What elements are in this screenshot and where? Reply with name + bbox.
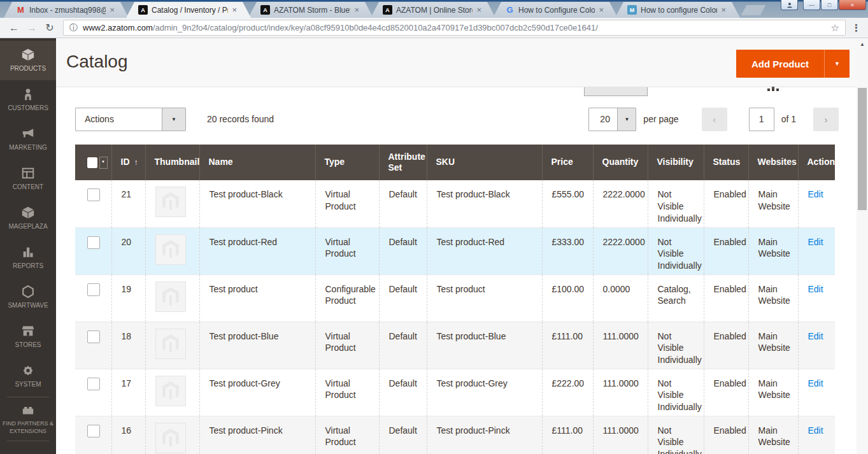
row-checkbox[interactable]	[87, 283, 100, 296]
edit-link[interactable]: Edit	[808, 284, 823, 294]
tab-close-icon[interactable]: ×	[599, 6, 604, 14]
row-checkbox[interactable]	[87, 425, 100, 437]
tab-close-icon[interactable]: ×	[354, 6, 359, 14]
page-scrollbar[interactable]: ▲	[857, 38, 868, 454]
cell-action: Edit	[798, 369, 835, 416]
page-number-input[interactable]: 1	[749, 108, 774, 131]
column-header-visibility[interactable]: Visibility	[648, 145, 704, 180]
column-header-thumbnail[interactable]: Thumbnail	[145, 145, 199, 180]
edit-link[interactable]: Edit	[808, 189, 823, 199]
reload-icon[interactable]: ↻	[43, 22, 57, 34]
sidebar-item-clipped[interactable]	[0, 442, 56, 454]
next-page-button[interactable]: ›	[813, 108, 839, 131]
cell-checkbox	[75, 227, 111, 274]
column-header-sku[interactable]: SKU	[427, 145, 542, 180]
cell-sku: Test product-Black	[427, 180, 542, 227]
row-checkbox[interactable]	[87, 330, 100, 343]
add-product-button[interactable]: Add Product ▼	[736, 50, 850, 78]
cell-checkbox	[75, 180, 111, 227]
actions-dropdown[interactable]: Actions ▼	[75, 108, 186, 131]
column-header-action[interactable]: Action	[798, 145, 835, 180]
browser-menu-icon[interactable]: ⋮	[851, 22, 861, 34]
column-header-id[interactable]: ID↑	[111, 145, 145, 180]
cell-checkbox	[75, 274, 111, 322]
products-box-icon	[21, 48, 35, 62]
column-header-status[interactable]: Status	[704, 145, 748, 180]
pagination: 20 ▼ per page ‹ 1 of 1 ›	[588, 108, 839, 131]
sidebar-item-mageplaza[interactable]: MAGEPLAZA	[0, 199, 56, 238]
cell-status: Enabled	[704, 322, 748, 369]
cell-name: Test product-Pinck	[199, 416, 315, 454]
cell-name: Test product-Blue	[199, 322, 315, 369]
minimize-icon[interactable]: —	[803, 0, 820, 10]
grid-header-row: ▼ ID↑ Thumbnail Name Type Attribute Set …	[75, 145, 835, 180]
sidebar-item-content[interactable]: CONTENT	[0, 159, 56, 199]
tab-close-icon[interactable]: ×	[476, 6, 481, 14]
column-header-websites[interactable]: Websites	[748, 145, 798, 180]
browser-tab[interactable]: ACatalog / Inventory / Pro×	[126, 2, 251, 18]
tab-title: AZATOM Storm - Blueto	[274, 6, 350, 15]
row-checkbox[interactable]	[87, 378, 100, 390]
browser-tab[interactable]: GHow to Configure Color×	[493, 2, 618, 18]
grid-toolbar: Actions ▼ 20 records found 20 ▼ per page…	[75, 107, 839, 131]
sidebar-item-products[interactable]: PRODUCTS	[0, 41, 56, 80]
scroll-up-icon[interactable]: ▲	[857, 41, 868, 47]
select-all-checkbox[interactable]	[87, 157, 97, 168]
edit-link[interactable]: Edit	[808, 425, 823, 436]
forward-icon[interactable]: →	[25, 22, 39, 34]
add-product-caret-icon[interactable]: ▼	[824, 50, 850, 78]
sidebar-item-smartwave[interactable]: SMARTWAVE	[0, 278, 56, 317]
browser-window: MInbox - zmushtaq998@g×ACatalog / Invent…	[0, 0, 868, 454]
cell-websites: Main Website	[748, 322, 798, 369]
browser-tab[interactable]: AAZATOM Storm - Blueto×	[248, 2, 373, 18]
url-input[interactable]: ⓘ www2.azatom.com/admin_9n2fo4/catalog/p…	[63, 20, 846, 36]
bookmark-star-icon[interactable]: ☆	[831, 22, 839, 34]
row-checkbox[interactable]	[87, 236, 100, 249]
main-content: Catalog Add Product ▼ Actions ▼ 20 recor…	[56, 38, 857, 454]
cell-checkbox	[75, 369, 111, 416]
browser-tab[interactable]: MHow to configure Color S×	[615, 2, 740, 18]
cell-attribute-set: Default	[379, 274, 427, 322]
clipped-toolbar-button[interactable]	[584, 87, 648, 96]
select-options-caret-icon[interactable]: ▼	[99, 157, 108, 169]
sidebar-item-marketing[interactable]: MARKETING	[0, 120, 56, 159]
cell-thumbnail	[145, 227, 199, 274]
column-header-price[interactable]: Price	[542, 145, 593, 180]
sidebar-item-stores[interactable]: STORES	[0, 317, 56, 357]
product-thumbnail-placeholder	[155, 329, 186, 359]
select-all-header: ▼	[75, 145, 111, 180]
maximize-icon[interactable]: □	[821, 0, 838, 10]
cell-id: 18	[111, 322, 145, 369]
browser-tab[interactable]: MInbox - zmushtaq998@g×	[4, 2, 129, 18]
new-tab-button[interactable]	[741, 5, 766, 15]
cell-status: Enabled	[704, 369, 748, 416]
edit-link[interactable]: Edit	[808, 237, 823, 247]
per-page-label: per page	[643, 114, 678, 124]
sidebar-item-find-partners-extensions[interactable]: FIND PARTNERS & EXTENSIONS	[0, 398, 56, 440]
edit-link[interactable]: Edit	[808, 331, 823, 341]
cell-sku: Test product-Pinck	[427, 416, 542, 454]
scrollbar-thumb[interactable]	[858, 88, 867, 210]
cell-name: Test product-Black	[199, 180, 315, 227]
edit-link[interactable]: Edit	[808, 378, 823, 388]
tab-close-icon[interactable]: ×	[232, 6, 237, 14]
back-icon[interactable]: ←	[7, 22, 21, 34]
browser-tab[interactable]: AAZATOM | Online Store×	[371, 2, 495, 18]
previous-page-button[interactable]: ‹	[702, 108, 727, 131]
column-header-quantity[interactable]: Quantity	[593, 145, 648, 180]
column-header-name[interactable]: Name	[199, 145, 315, 180]
cell-action: Edit	[798, 180, 835, 227]
row-checkbox[interactable]	[87, 188, 100, 201]
column-header-attribute-set[interactable]: Attribute Set	[379, 145, 427, 180]
sidebar-item-system[interactable]: SYSTEM	[0, 357, 56, 396]
sidebar-item-customers[interactable]: CUSTOMERS	[0, 80, 56, 120]
tab-close-icon[interactable]: ×	[721, 6, 726, 14]
column-header-type[interactable]: Type	[315, 145, 379, 180]
profile-icon[interactable]	[781, 0, 798, 10]
page-info-icon[interactable]: ⓘ	[69, 22, 78, 34]
sidebar-item-reports[interactable]: REPORTS	[0, 238, 56, 278]
close-icon[interactable]: ×	[839, 0, 866, 10]
clipped-columns-icon	[767, 89, 770, 91]
tab-close-icon[interactable]: ×	[110, 6, 115, 14]
per-page-dropdown[interactable]: 20 ▼	[588, 108, 636, 131]
